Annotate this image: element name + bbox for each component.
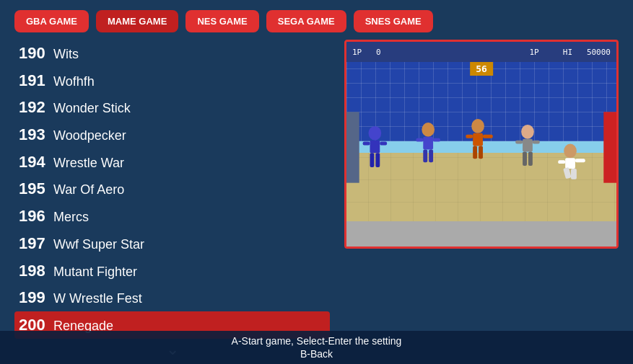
svg-point-18: [521, 125, 534, 139]
list-item[interactable]: 196 Mercs: [14, 203, 330, 230]
svg-rect-11: [433, 138, 440, 142]
svg-rect-29: [575, 159, 585, 162]
list-item[interactable]: 190 Wits: [14, 40, 330, 67]
list-item[interactable]: 194 Wrestle War: [14, 148, 330, 176]
svg-point-24: [564, 144, 577, 159]
svg-rect-7: [423, 137, 433, 150]
svg-rect-9: [429, 149, 433, 162]
svg-rect-21: [528, 151, 533, 166]
svg-rect-17: [483, 135, 493, 138]
list-item[interactable]: 198 Mutant Fighter: [14, 257, 330, 285]
status-line1: A-Start game, Select-Enter the setting: [0, 335, 633, 347]
svg-rect-10: [416, 138, 423, 142]
game-screenshot: 1P 0 1P HI 50000 56: [346, 42, 616, 247]
svg-rect-3: [375, 153, 380, 167]
svg-point-0: [369, 126, 382, 141]
timer-display: 56: [470, 62, 493, 76]
svg-rect-13: [473, 133, 483, 146]
mame-game-button[interactable]: MAME GAME: [96, 10, 178, 32]
svg-rect-1: [370, 141, 380, 154]
svg-rect-25: [565, 158, 575, 169]
game-list: 190 Wits 191 Wofhfh 192 Wonder Stick 193…: [14, 40, 330, 359]
svg-rect-28: [558, 160, 565, 164]
svg-rect-26: [563, 167, 571, 179]
gba-game-button[interactable]: GBA GAME: [14, 10, 89, 32]
svg-rect-22: [515, 141, 523, 144]
list-item[interactable]: 193 Woodpecker: [14, 121, 330, 148]
svg-rect-2: [370, 153, 374, 167]
game-preview-border: 1P 0 1P HI 50000 56: [344, 40, 619, 249]
snes-game-button[interactable]: SNES GAME: [354, 10, 433, 32]
svg-rect-31: [603, 112, 616, 182]
svg-rect-16: [466, 135, 473, 138]
svg-rect-27: [571, 169, 577, 179]
sega-game-button[interactable]: SEGA GAME: [266, 10, 346, 32]
svg-rect-23: [533, 141, 540, 144]
list-item[interactable]: 197 Wwf Super Star: [14, 230, 330, 257]
svg-rect-19: [523, 139, 533, 152]
svg-rect-14: [473, 146, 477, 159]
svg-point-6: [422, 123, 435, 137]
characters-svg: [346, 111, 616, 226]
nes-game-button[interactable]: NES GAME: [185, 10, 258, 32]
svg-rect-4: [363, 142, 370, 146]
status-bar: A-Start game, Select-Enter the setting B…: [0, 331, 633, 364]
score-hi-label: 1P HI 50000: [529, 48, 611, 57]
svg-rect-8: [423, 149, 427, 162]
list-item[interactable]: 192 Wonder Stick: [14, 94, 330, 121]
score-1p-label: 1P 0: [352, 48, 381, 57]
list-item[interactable]: 191 Wofhfh: [14, 67, 330, 94]
svg-rect-5: [380, 142, 387, 146]
svg-rect-15: [479, 146, 483, 159]
svg-rect-20: [523, 151, 527, 166]
svg-rect-30: [346, 112, 359, 182]
main-content: 190 Wits 191 Wofhfh 192 Wonder Stick 193…: [0, 40, 633, 359]
score-bar: 1P 0 1P HI 50000: [346, 42, 616, 62]
top-navigation: GBA GAME MAME GAME NES GAME SEGA GAME SN…: [0, 0, 633, 40]
preview-area: 1P 0 1P HI 50000 56: [344, 40, 619, 359]
svg-point-12: [471, 119, 484, 133]
list-item[interactable]: 199 W Wrestle Fest: [14, 284, 330, 311]
status-line2: B-Back: [0, 348, 633, 360]
list-item[interactable]: 195 War Of Aero: [14, 175, 330, 203]
